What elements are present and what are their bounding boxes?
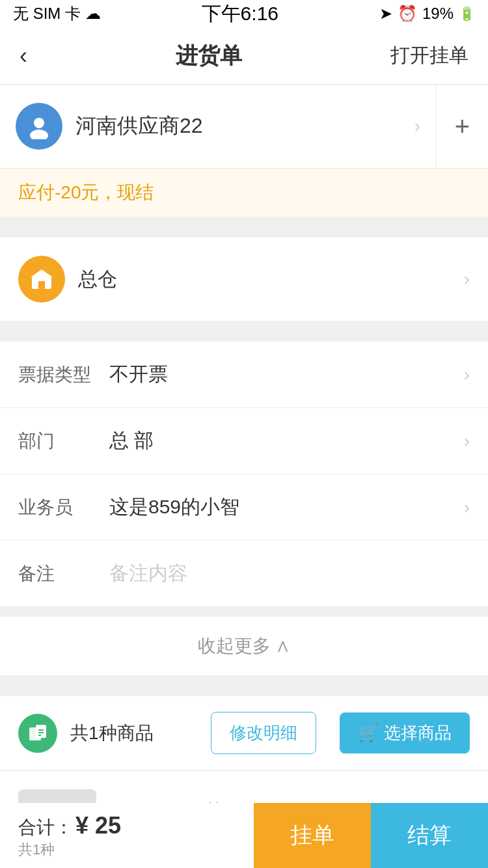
avatar (16, 103, 62, 150)
alarm-icon: ⏰ (398, 5, 417, 23)
back-button[interactable]: ‹ (20, 42, 27, 70)
remark-placeholder: 备注内容 (109, 560, 470, 587)
remark-label: 备注 (18, 562, 109, 586)
open-hold-button[interactable]: 打开挂单 (390, 42, 468, 69)
nav-bar: ‹ 进货单 打开挂单 (0, 27, 488, 85)
products-header: 共1种商品 修改明细 🛒 选择商品 (0, 696, 488, 770)
total-section: 合计： ¥ 25 共1种 (0, 803, 254, 868)
svg-point-1 (30, 129, 48, 139)
invoice-type-label: 票据类型 (18, 362, 109, 387)
select-product-button[interactable]: 🛒 选择商品 (340, 712, 470, 753)
add-supplier-button[interactable]: + (436, 85, 488, 168)
total-value: ¥ 25 (75, 812, 121, 839)
salesperson-label: 业务员 (18, 495, 109, 520)
svg-marker-3 (31, 269, 53, 277)
select-product-label: 选择商品 (384, 722, 452, 744)
chevron-right-icon: › (464, 364, 470, 385)
status-left: 无 SIM 卡 ☁ (13, 3, 101, 24)
warehouse-icon (18, 256, 65, 303)
warning-banner: 应付-20元，现结 (0, 169, 488, 217)
supplier-selector[interactable]: 河南供应商22 › (0, 85, 436, 168)
department-label: 部门 (18, 429, 109, 454)
collapse-more-button[interactable]: 收起更多 ∧ (0, 617, 488, 675)
invoice-type-row[interactable]: 票据类型 不开票 › (0, 342, 488, 408)
form-section: 票据类型 不开票 › 部门 总 部 › 业务员 这是859的小智 › 备注 备注… (0, 342, 488, 606)
warning-text: 应付-20元，现结 (18, 180, 470, 205)
department-value: 总 部 (109, 427, 464, 454)
svg-rect-4 (38, 281, 45, 289)
page-title: 进货单 (176, 41, 242, 71)
total-count: 共1种 (18, 840, 236, 860)
bottom-bar: 合计： ¥ 25 共1种 挂单 结算 (0, 803, 488, 868)
main-content: 河南供应商22 › + 应付-20元，现结 总仓 › 票据类型 不开票 › (0, 85, 488, 868)
supplier-section: 河南供应商22 › + (0, 85, 488, 169)
products-icon (18, 714, 57, 753)
chevron-right-icon: › (464, 431, 470, 452)
salesperson-value: 这是859的小智 (109, 494, 464, 521)
status-network: 无 SIM 卡 ☁ (13, 3, 101, 24)
salesperson-row[interactable]: 业务员 这是859的小智 › (0, 474, 488, 541)
warehouse-name: 总仓 (78, 266, 464, 293)
status-time: 下午6:16 (202, 1, 278, 27)
battery-icon: 🔋 (459, 6, 475, 21)
chevron-right-icon: › (414, 116, 420, 137)
status-bar: 无 SIM 卡 ☁ 下午6:16 ➤ ⏰ 19% 🔋 (0, 0, 488, 27)
status-right: ➤ ⏰ 19% 🔋 (379, 5, 475, 23)
location-icon: ➤ (379, 5, 392, 23)
battery-level: 19% (422, 5, 454, 23)
department-row[interactable]: 部门 总 部 › (0, 408, 488, 474)
svg-point-0 (34, 118, 44, 128)
invoice-type-value: 不开票 (109, 361, 464, 388)
checkout-button[interactable]: 结算 (371, 803, 488, 868)
chevron-right-icon: › (464, 497, 470, 518)
cart-icon: 🛒 (358, 723, 379, 743)
remark-row[interactable]: 备注 备注内容 (0, 541, 488, 606)
chevron-right-icon: › (464, 269, 470, 290)
hold-button[interactable]: 挂单 (254, 803, 371, 868)
products-count: 共1种商品 (70, 721, 198, 746)
supplier-name: 河南供应商22 (75, 112, 401, 141)
edit-detail-button[interactable]: 修改明细 (211, 712, 316, 754)
total-label: 合计： (18, 815, 73, 840)
warehouse-row[interactable]: 总仓 › (0, 237, 488, 321)
collapse-label: 收起更多 ∧ (198, 634, 291, 658)
